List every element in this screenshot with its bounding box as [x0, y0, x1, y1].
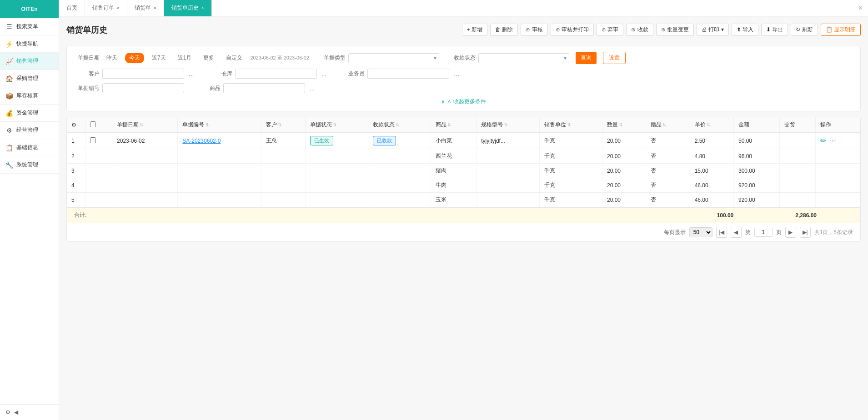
sidebar-item-label: 资金管理 — [16, 109, 38, 117]
select-all-checkbox[interactable] — [90, 121, 96, 127]
th-gift[interactable]: 赠品⇅ — [646, 117, 690, 133]
warehouse-input[interactable] — [235, 69, 317, 79]
batch-change-button[interactable]: ⊙ 批量变更 — [656, 24, 694, 36]
page-label: 第 — [745, 229, 751, 236]
sidebar-item-purchase-mgmt[interactable]: 🏠 采购管理 — [0, 70, 59, 87]
close-all-tabs[interactable]: × — [853, 4, 868, 12]
settings-button[interactable]: 设置 — [603, 52, 626, 64]
sidebar-item-sales-mgmt[interactable]: 📈 销售管理 — [0, 53, 59, 70]
th-qty[interactable]: 数量⇅ — [602, 117, 646, 133]
tab-close-icon[interactable]: × — [154, 5, 156, 10]
date-yesterday[interactable]: 昨天 — [102, 53, 121, 63]
cell-checkbox[interactable] — [85, 133, 112, 149]
date-custom[interactable]: 自定义 — [222, 53, 246, 63]
tab-close-icon[interactable]: × — [201, 5, 204, 10]
date-1month[interactable]: 近1月 — [174, 53, 196, 63]
doc-type-select[interactable] — [348, 53, 439, 63]
collapse-icon: ◀ — [14, 409, 18, 415]
collapse-filter[interactable]: ∧ ∧ 收起更多条件 — [74, 98, 853, 105]
tab-close-icon[interactable]: × — [117, 5, 120, 10]
th-collection-status[interactable]: 收款状态⇅ — [368, 117, 431, 133]
th-spec[interactable]: 规格型号⇅ — [477, 117, 539, 133]
first-page-btn[interactable]: |◀ — [716, 227, 727, 238]
cell-spec — [477, 193, 539, 207]
goods-dots-btn[interactable]: ... — [308, 85, 317, 92]
staff-dots-btn[interactable]: ... — [452, 70, 461, 77]
date-7days[interactable]: 近7天 — [148, 53, 170, 63]
staff-input[interactable] — [367, 69, 449, 79]
cell-action — [815, 178, 860, 193]
th-doc-no[interactable]: 单据编号⇅ — [178, 117, 261, 133]
cell-checkbox[interactable] — [85, 164, 112, 178]
last-page-btn[interactable]: ▶| — [800, 227, 811, 238]
page-title: 销货单历史 — [66, 25, 107, 35]
import-button[interactable]: ⬆ 导入 — [732, 24, 758, 36]
tab-label: 销货单历史 — [171, 4, 199, 12]
sidebar-item-search-menu[interactable]: ☰ 搜索菜单 — [0, 18, 59, 35]
cell-doc-no[interactable] — [178, 149, 261, 164]
customer-input[interactable] — [102, 69, 184, 79]
tab-home[interactable]: 首页 — [59, 0, 85, 16]
add-button[interactable]: + 新增 — [462, 24, 487, 36]
warehouse-dots-btn[interactable]: ... — [320, 70, 329, 77]
edit-icon[interactable]: ✏ — [820, 136, 826, 145]
sidebar-footer-settings[interactable]: ⚙ ◀ — [0, 405, 59, 420]
sidebar-item-operations[interactable]: ⚙ 经营管理 — [0, 122, 59, 139]
sidebar-item-sys-admin[interactable]: 🔧 系统管理 — [0, 156, 59, 174]
audit-button[interactable]: ⊙ 审核 — [521, 24, 547, 36]
audit-print-button[interactable]: ⊙ 审核并打印 — [551, 24, 594, 36]
th-goods[interactable]: 商品⇅ — [431, 117, 477, 133]
th-doc-date[interactable]: 单据日期⇅ — [112, 117, 178, 133]
row-checkbox[interactable] — [90, 137, 96, 143]
print-button[interactable]: 🖨 打印 ▾ — [697, 24, 729, 36]
more-icon[interactable]: ⋯ — [829, 136, 836, 145]
cell-gift: 否 — [646, 193, 690, 207]
tab-sales-order[interactable]: 销售订单 × — [85, 0, 127, 16]
date-today[interactable]: 今天 — [125, 53, 144, 63]
tab-sales-goods[interactable]: 销货单 × — [127, 0, 164, 16]
collection-status-select[interactable] — [478, 53, 569, 63]
customer-dots-btn[interactable]: ... — [187, 70, 196, 77]
cell-checkbox[interactable] — [85, 178, 112, 193]
delete-button[interactable]: 🗑 删除 — [490, 24, 518, 36]
refresh-button[interactable]: ↻ 刷新 — [791, 24, 818, 36]
cell-checkbox[interactable] — [85, 193, 112, 207]
filter-row-2: 客户 ... 仓库 ... 业务员 ... — [74, 69, 853, 79]
th-unit-price[interactable]: 单价⇅ — [690, 117, 733, 133]
cell-action — [815, 164, 860, 178]
query-button[interactable]: 查询 — [576, 52, 597, 64]
cell-doc-no[interactable] — [178, 164, 261, 178]
cell-checkbox[interactable] — [85, 149, 112, 164]
staff-label: 业务员 — [339, 70, 365, 78]
goods-input[interactable] — [223, 83, 305, 93]
cell-doc-no[interactable] — [178, 178, 261, 193]
doc-no-input[interactable] — [102, 83, 184, 93]
tab-home-label: 首页 — [66, 4, 77, 12]
cell-doc-no[interactable] — [178, 193, 261, 207]
sidebar-logo: OfTEn — [0, 0, 59, 18]
next-page-btn[interactable]: ▶ — [785, 227, 796, 238]
cell-doc-date — [112, 164, 178, 178]
sidebar-item-inventory[interactable]: 📦 库存核算 — [0, 87, 59, 105]
th-customer[interactable]: 客户⇅ — [261, 117, 305, 133]
sidebar-item-basic-info[interactable]: 📋 基础信息 — [0, 139, 59, 156]
date-more[interactable]: 更多 — [199, 53, 218, 63]
th-unit[interactable]: 销售单位⇅ — [539, 117, 602, 133]
show-detail-button[interactable]: 📋 显示明细 — [821, 24, 861, 36]
cell-doc-no[interactable]: SA-20230602-0 — [178, 133, 261, 149]
abandon-button[interactable]: ⊙ 弃审 — [597, 24, 623, 36]
sidebar-item-finance[interactable]: 💰 资金管理 — [0, 105, 59, 122]
export-button[interactable]: ⬇ 导出 — [761, 24, 788, 36]
page-input[interactable] — [754, 228, 773, 237]
tab-sales-history[interactable]: 销货单历史 × — [164, 0, 212, 16]
collect-button[interactable]: ⊙ 收款 — [626, 24, 653, 36]
th-doc-status[interactable]: 单据状态⇅ — [305, 117, 368, 133]
prev-page-btn[interactable]: ◀ — [731, 227, 742, 238]
cell-spec — [477, 149, 539, 164]
sidebar-item-quick-nav[interactable]: ⚡ 快捷导航 — [0, 35, 59, 53]
cell-spec — [477, 178, 539, 193]
th-settings[interactable]: ⚙ — [67, 117, 85, 133]
th-checkbox[interactable] — [85, 117, 112, 133]
per-page-select[interactable]: 50 100 — [689, 227, 712, 237]
filter-goods: 商品 ... — [195, 83, 317, 93]
